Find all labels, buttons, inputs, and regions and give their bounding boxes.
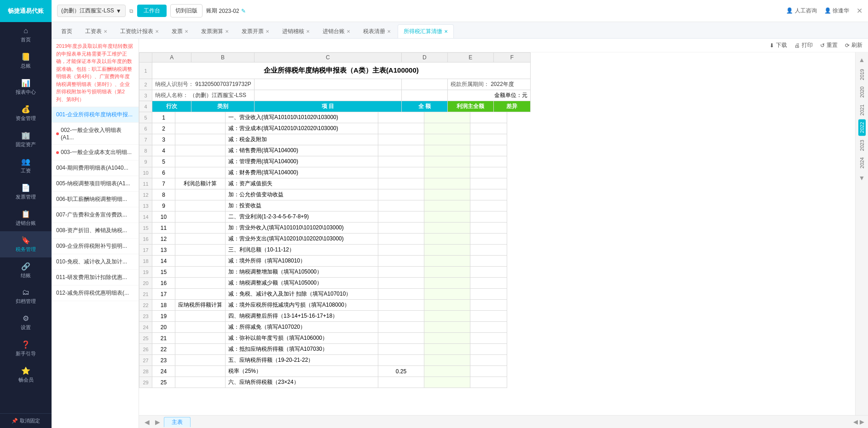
quane-cell[interactable] <box>378 245 424 256</box>
quane-cell[interactable]: 0.25 <box>378 366 424 377</box>
quane-cell[interactable] <box>378 377 424 388</box>
year-nav-2020[interactable]: 2020 <box>858 84 866 100</box>
year-nav-2021[interactable]: 2021 <box>858 102 866 118</box>
xuhao-cell[interactable]: 1 <box>152 112 175 123</box>
user-avatar[interactable]: 👤 徐逢华 <box>824 7 849 15</box>
tab-purchase-ledger-close[interactable]: ✕ <box>347 29 350 34</box>
quane-cell[interactable] <box>378 267 424 278</box>
tab-income-tax[interactable]: 所得税汇算清缴 ✕ <box>398 24 454 38</box>
scroll-right[interactable]: ▶ <box>860 418 864 425</box>
xuhao-cell[interactable]: 14 <box>152 256 175 267</box>
tab-home[interactable]: 首页 <box>55 24 78 38</box>
lirun-cell[interactable] <box>424 145 470 156</box>
lirun-cell[interactable] <box>424 156 470 167</box>
year-nav-2023[interactable]: 2023 <box>858 137 866 154</box>
lirun-cell[interactable] <box>424 322 470 333</box>
lirun-cell[interactable] <box>424 123 470 134</box>
sidebar-item-home[interactable]: ⌂ 首页 <box>0 22 52 48</box>
chayi-cell[interactable] <box>470 123 507 134</box>
lirun-cell[interactable] <box>424 300 470 311</box>
tab-invoice[interactable]: 发票 ✕ <box>166 24 194 38</box>
quane-cell[interactable] <box>378 211 424 223</box>
chayi-cell[interactable] <box>470 156 507 167</box>
quane-cell[interactable] <box>378 300 424 311</box>
chayi-cell[interactable] <box>470 278 507 289</box>
chayi-cell[interactable] <box>470 234 507 245</box>
xuhao-cell[interactable]: 19 <box>152 311 175 322</box>
xuhao-cell[interactable]: 2 <box>152 123 175 134</box>
chayi-cell[interactable] <box>470 344 507 355</box>
xuhao-cell[interactable]: 12 <box>152 234 175 245</box>
left-menu-003[interactable]: 003-一般企业成本支出明细... <box>52 145 139 160</box>
sidebar-item-ledger[interactable]: 📒 总账 <box>0 48 52 74</box>
xuhao-cell[interactable]: 15 <box>152 267 175 278</box>
sidebar-item-purchase-sales[interactable]: 📋 进销台账 <box>0 205 52 231</box>
chayi-cell[interactable] <box>470 200 507 211</box>
xuhao-cell[interactable]: 13 <box>152 245 175 256</box>
sidebar-item-assets[interactable]: 🏢 固定资产 <box>0 126 52 153</box>
chayi-cell[interactable] <box>470 211 507 223</box>
lirun-cell[interactable] <box>424 211 470 223</box>
quane-cell[interactable] <box>378 333 424 344</box>
lirun-cell[interactable] <box>424 200 470 211</box>
lirun-cell[interactable] <box>424 344 470 355</box>
quane-cell[interactable] <box>378 156 424 167</box>
scroll-left[interactable]: ◀ <box>853 418 858 425</box>
year-nav-2022[interactable]: 2022 <box>858 119 866 136</box>
chayi-cell[interactable] <box>470 245 507 256</box>
lirun-cell[interactable] <box>424 178 470 189</box>
chayi-cell[interactable] <box>470 223 507 234</box>
chayi-cell[interactable] <box>470 145 507 156</box>
sidebar-item-guide[interactable]: ❓ 新手引导 <box>0 336 52 362</box>
workbench-button[interactable]: 工作台 <box>137 5 167 17</box>
chayi-cell[interactable] <box>470 333 507 344</box>
tab-payroll-close[interactable]: ✕ <box>104 29 107 34</box>
company-selector[interactable]: (勿删）江西服宝-LSS ▼ <box>57 5 126 17</box>
lirun-cell[interactable] <box>424 311 470 322</box>
lirun-cell[interactable] <box>424 377 470 388</box>
tab-payroll[interactable]: 工资表 ✕ <box>79 24 113 38</box>
refresh-button[interactable]: ⟳ 刷新 <box>845 41 862 49</box>
tab-invoice-calc-close[interactable]: ✕ <box>225 29 229 34</box>
xuhao-cell[interactable]: 21 <box>152 333 175 344</box>
left-menu-012[interactable]: 012-减免所得税优惠明细表(... <box>52 285 139 301</box>
download-button[interactable]: ⬇ 下载 <box>770 41 787 49</box>
lirun-cell[interactable] <box>424 355 470 366</box>
xuhao-cell[interactable]: 8 <box>152 189 175 200</box>
lirun-cell[interactable] <box>424 223 470 234</box>
spreadsheet-wrapper[interactable]: A B C D E F 1 企业所 <box>139 52 855 415</box>
lirun-cell[interactable] <box>424 289 470 300</box>
year-nav-2019[interactable]: 2019 <box>858 66 866 83</box>
xuhao-cell[interactable]: 7 <box>152 178 175 189</box>
chayi-cell[interactable] <box>470 178 507 189</box>
tab-income-tax-close[interactable]: ✕ <box>444 29 448 34</box>
sidebar-item-reports[interactable]: 📊 报表中心 <box>0 74 52 100</box>
quane-cell[interactable] <box>378 311 424 322</box>
chayi-cell[interactable] <box>470 289 507 300</box>
left-menu-010[interactable]: 010-免税、减计收入及加计... <box>52 254 139 270</box>
left-menu-009[interactable]: 009-企业所得税附补亏损明... <box>52 239 139 254</box>
lirun-cell[interactable] <box>424 245 470 256</box>
tab-payroll-stats[interactable]: 工资统计报表 ✕ <box>114 24 165 38</box>
sidebar-item-settings[interactable]: ⚙ 设置 <box>0 309 52 336</box>
print-button[interactable]: 🖨 打印 <box>794 41 813 49</box>
quane-cell[interactable] <box>378 200 424 211</box>
edit-period-icon[interactable]: ✎ <box>241 8 246 14</box>
xuhao-cell[interactable]: 24 <box>152 366 175 377</box>
tab-tax-summary-close[interactable]: ✕ <box>387 29 391 34</box>
quane-cell[interactable] <box>378 278 424 289</box>
left-menu-005[interactable]: 005-纳税调整项目明细表(A1... <box>52 176 139 192</box>
sidebar-item-funds[interactable]: 💰 资金管理 <box>0 100 52 126</box>
sheet-tab-next[interactable]: ▶ <box>153 418 162 426</box>
year-nav-2024[interactable]: 2024 <box>858 154 866 171</box>
chayi-cell[interactable] <box>470 322 507 333</box>
quane-cell[interactable] <box>378 134 424 145</box>
chayi-cell[interactable] <box>470 377 507 388</box>
left-menu-011[interactable]: 011-研发费用加计扣除优惠... <box>52 270 139 285</box>
chayi-cell[interactable] <box>470 189 507 200</box>
tab-purchase-audit-close[interactable]: ✕ <box>306 29 310 34</box>
lirun-cell[interactable] <box>424 167 470 178</box>
sidebar-item-archive[interactable]: 🗂 归档管理 <box>0 284 52 309</box>
sidebar-unpin-btn[interactable]: 📌 取消固定 <box>0 413 52 428</box>
left-menu-006[interactable]: 006-职工薪酬纳税调整明细... <box>52 192 139 207</box>
